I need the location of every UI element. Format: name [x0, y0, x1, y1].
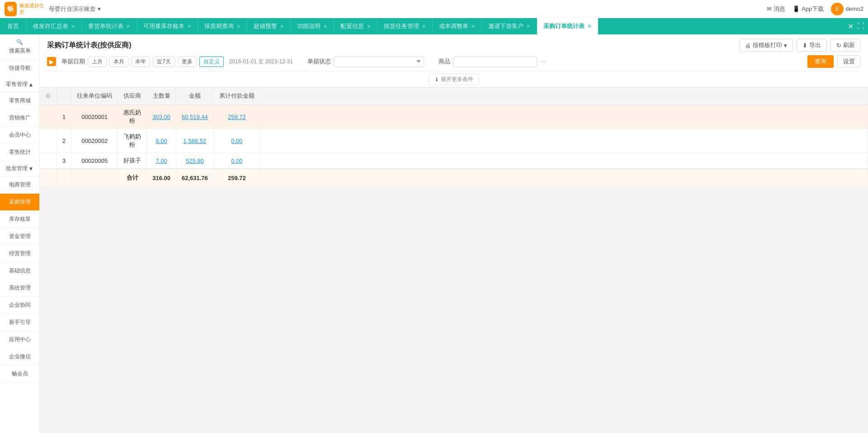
refresh-button[interactable]: ↻ 刷新 — [830, 39, 861, 52]
tab-peizhi[interactable]: 配置信息 ✕ — [334, 18, 377, 34]
tab-close-icon[interactable]: ✕ — [236, 24, 241, 29]
sidebar-item-marketing[interactable]: 营销推广 — [0, 109, 39, 127]
footer-cumulative-paid: 259.72 — [213, 169, 260, 187]
page-title: 采购订单统计表(按供应商) — [47, 41, 132, 50]
print-button[interactable]: 🖨 按模板打印 ▾ — [739, 39, 793, 52]
breadcrumb-select[interactable]: 母婴行业演示账套 ▾ — [49, 5, 101, 13]
row-amount[interactable]: 1,586.52 — [176, 129, 214, 153]
enterprise-wechat-label: 企业微信 — [9, 353, 31, 361]
top-bar: 畅 畅捷通好生意 母婴行业演示账套 ▾ ✉ 消息 📱 App下载 E demo2 — [0, 0, 868, 18]
row-seq: 2 — [57, 129, 71, 153]
sidebar-item-finance[interactable]: 资金管理 — [0, 228, 39, 245]
tab-caigou-active[interactable]: 采购订单统计表 ✕ — [537, 18, 598, 34]
date-btn-last-month[interactable]: 上月 — [88, 57, 107, 67]
sidebar: 🔍 搜索英单 快捷导航 零售管理 ▲ 零售商城 营销推广 会员中心 零售统计 批… — [0, 34, 40, 433]
app-download-label: App下载 — [802, 5, 824, 13]
tab-close-icon[interactable]: ✕ — [323, 24, 327, 29]
row-seq: 1 — [57, 105, 71, 129]
sidebar-item-enterprise-wechat[interactable]: 企业微信 — [0, 348, 39, 366]
row-cumulative-paid[interactable]: 0.00 — [213, 129, 260, 153]
date-btn-more[interactable]: 更多 — [178, 57, 197, 67]
purchase-label: 采购管理 — [9, 198, 31, 206]
tab-close-icon[interactable]: ✕ — [587, 24, 591, 29]
sidebar-item-system-mgmt[interactable]: 系统管理 — [0, 280, 39, 297]
goods-more-icon[interactable]: ··· — [540, 57, 546, 66]
row-supplier: 惠氏奶粉 — [118, 105, 147, 129]
date-btn-7days[interactable]: 近7天 — [153, 57, 175, 67]
row-main-qty[interactable]: 7.00 — [147, 153, 176, 169]
sidebar-item-search[interactable]: 🔍 搜索英单 — [0, 34, 39, 60]
tab-yaohuoDanTongji[interactable]: 要货单统计表 ✕ — [82, 18, 137, 34]
row-main-qty[interactable]: 303.00 — [147, 105, 176, 129]
row-supplier: 飞鹤奶粉 — [118, 129, 147, 153]
breadcrumb-area: 母婴行业演示账套 ▾ — [44, 5, 767, 13]
tab-close-icon[interactable]: ✕ — [280, 24, 284, 29]
tab-close-icon[interactable]: ✕ — [471, 24, 475, 29]
settings-button[interactable]: 设置 — [837, 55, 861, 68]
sidebar-item-new-guide[interactable]: 新手引导 — [0, 314, 39, 331]
tab-close-icon[interactable]: ✕ — [126, 24, 130, 29]
query-button[interactable]: 查询 — [807, 55, 834, 68]
sidebar-item-app-center[interactable]: 应用中心 — [0, 331, 39, 348]
sidebar-item-quicknav[interactable]: 快捷导航 — [0, 60, 39, 77]
tab-close-icon[interactable]: ✕ — [422, 24, 426, 29]
row-main-qty[interactable]: 6.00 — [147, 129, 176, 153]
tab-label: 要货单统计表 — [88, 22, 123, 30]
tab-home[interactable]: 首页 — [0, 18, 27, 34]
message-button[interactable]: ✉ 消息 — [767, 5, 785, 13]
nav-restore-icon[interactable]: ⛶ — [857, 22, 864, 30]
row-cumulative-paid[interactable]: 259.72 — [213, 105, 260, 129]
toggle-expand-btn[interactable]: ▶ — [47, 57, 56, 66]
date-btn-this-year[interactable]: 本年 — [131, 57, 150, 67]
sidebar-item-wholesale-mgmt[interactable]: 批发管理 ▼ — [0, 161, 39, 176]
expand-more-button[interactable]: ⬇ 展开更多条件 — [429, 74, 479, 85]
tab-baozhi[interactable]: 保质期查询 ✕ — [198, 18, 247, 34]
print-icon: 🖨 — [745, 42, 751, 49]
tab-close-icon[interactable]: ✕ — [187, 24, 191, 29]
sidebar-item-enterprise-collab[interactable]: 企业协同 — [0, 297, 39, 314]
sidebar-item-member-center[interactable]: 会员中心 — [0, 127, 39, 144]
breadcrumb-label: 母婴行业演示账套 — [49, 5, 96, 13]
tab-close-icon[interactable]: ✕ — [367, 24, 371, 29]
sidebar-item-ecommerce[interactable]: 电商管理 — [0, 176, 39, 194]
logo-area: 畅 畅捷通好生意 — [5, 2, 44, 16]
tab-chaochuyujing[interactable]: 超储预警 ✕ — [247, 18, 291, 34]
tab-close-icon[interactable]: ✕ — [526, 24, 530, 29]
sidebar-item-member[interactable]: 畅会员 — [0, 366, 39, 383]
row-settings-cell — [40, 129, 57, 153]
nav-close-all-icon[interactable]: ✕ — [848, 22, 854, 31]
tab-home-label: 首页 — [7, 22, 19, 30]
sidebar-item-inventory[interactable]: 库存核算 — [0, 211, 39, 228]
app-download-button[interactable]: 📱 App下载 — [793, 5, 824, 13]
tab-shoufaHuizong[interactable]: 收发存汇总表 ✕ — [27, 18, 82, 34]
row-unit-code: 00020002 — [71, 129, 118, 153]
ecommerce-label: 电商管理 — [9, 181, 31, 189]
sidebar-item-purchase[interactable]: 采购管理 — [0, 194, 39, 211]
date-btn-custom[interactable]: 自定义 — [199, 57, 224, 67]
sidebar-item-retail-mgmt[interactable]: 零售管理 ▲ — [0, 77, 39, 92]
sidebar-item-base-info[interactable]: 基础信息 — [0, 262, 39, 280]
tab-tuohuo[interactable]: 拣货任务管理 ✕ — [377, 18, 433, 34]
sidebar-item-retail-stats[interactable]: 零售统计 — [0, 144, 39, 161]
tab-yaoqing[interactable]: 邀请下游客户 ✕ — [482, 18, 537, 34]
tab-close-icon[interactable]: ✕ — [71, 24, 75, 29]
export-button[interactable]: ⬇ 导出 — [797, 39, 827, 52]
row-amount[interactable]: 60,519.44 — [176, 105, 214, 129]
tab-chengben[interactable]: 成本调整单 ✕ — [433, 18, 482, 34]
expand-more-label: 展开更多条件 — [441, 76, 473, 83]
tab-keyongliang[interactable]: 可用量库存账本 ✕ — [137, 18, 198, 34]
date-btn-this-month[interactable]: 本月 — [109, 57, 128, 67]
table-area: ⚙ 往来单位编码 供应商 主数量 金额 累计付款金额 1 00020001 — [40, 87, 868, 433]
status-select[interactable] — [334, 57, 424, 67]
col-settings[interactable]: ⚙ — [40, 87, 57, 105]
table-footer: 合计 316.00 62,631.76 259.72 — [40, 169, 868, 187]
row-amount[interactable]: 525.80 — [176, 153, 214, 169]
user-area[interactable]: E demo2 — [831, 3, 863, 15]
goods-input[interactable] — [453, 57, 537, 67]
sidebar-item-operations[interactable]: 经营管理 — [0, 245, 39, 262]
sidebar-item-retail-store[interactable]: 零售商城 — [0, 92, 39, 109]
content-area: 采购订单统计表(按供应商) 🖨 按模板打印 ▾ ⬇ 导出 ↻ 刷新 — [40, 34, 868, 433]
quicknav-label: 快捷导航 — [9, 64, 31, 72]
row-cumulative-paid[interactable]: 0.00 — [213, 153, 260, 169]
tab-gongneng[interactable]: 功能说明 ✕ — [291, 18, 334, 34]
